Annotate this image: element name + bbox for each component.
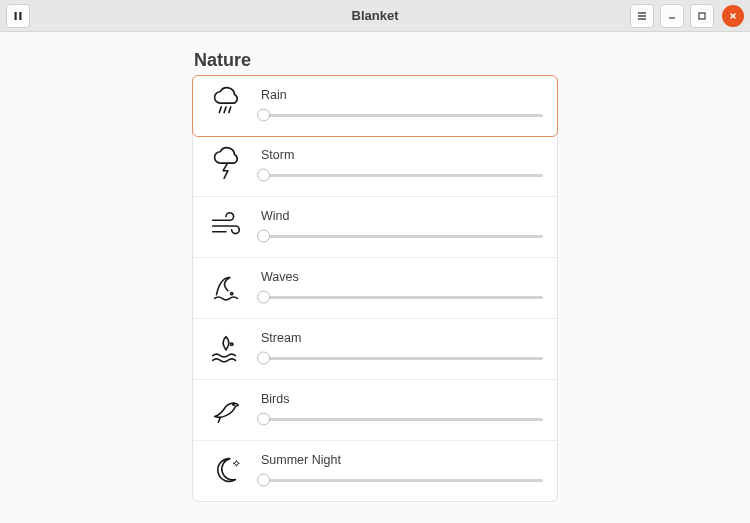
- sound-label: Summer Night: [261, 453, 543, 467]
- section-title: Nature: [194, 50, 558, 71]
- svg-line-15: [218, 418, 220, 423]
- svg-rect-0: [15, 12, 17, 20]
- slider-thumb[interactable]: [257, 169, 270, 182]
- sound-row-summer-night[interactable]: Summer Night: [193, 440, 557, 501]
- svg-point-12: [231, 293, 233, 295]
- svg-rect-1: [19, 12, 21, 20]
- sound-row-stream[interactable]: Stream: [193, 318, 557, 379]
- volume-slider-waves[interactable]: [261, 290, 543, 304]
- volume-slider-summer-night[interactable]: [261, 473, 543, 487]
- svg-point-14: [233, 403, 235, 405]
- slider-thumb[interactable]: [257, 352, 270, 365]
- maximize-button[interactable]: [690, 4, 714, 28]
- svg-point-13: [230, 343, 232, 345]
- volume-slider-stream[interactable]: [261, 351, 543, 365]
- svg-line-11: [229, 107, 231, 113]
- sound-label: Wind: [261, 209, 543, 223]
- pause-button[interactable]: [6, 4, 30, 28]
- minimize-button[interactable]: [660, 4, 684, 28]
- slider-thumb[interactable]: [257, 109, 270, 122]
- volume-slider-rain[interactable]: [261, 108, 543, 122]
- titlebar: Blanket: [0, 0, 750, 32]
- sound-label: Stream: [261, 331, 543, 345]
- close-button[interactable]: [722, 5, 744, 27]
- sound-row-rain[interactable]: Rain: [192, 75, 558, 137]
- section-nature: Nature Rain: [192, 50, 558, 502]
- hamburger-menu-button[interactable]: [630, 4, 654, 28]
- svg-line-9: [219, 107, 221, 113]
- volume-slider-storm[interactable]: [261, 168, 543, 182]
- slider-thumb[interactable]: [257, 230, 270, 243]
- sound-row-waves[interactable]: Waves: [193, 257, 557, 318]
- volume-slider-wind[interactable]: [261, 229, 543, 243]
- svg-rect-6: [699, 13, 705, 19]
- volume-slider-birds[interactable]: [261, 412, 543, 426]
- sound-list: Rain Storm: [192, 75, 558, 502]
- slider-thumb[interactable]: [257, 474, 270, 487]
- bird-icon: [205, 388, 247, 430]
- sound-label: Waves: [261, 270, 543, 284]
- wind-icon: [205, 205, 247, 247]
- svg-line-10: [224, 107, 226, 113]
- storm-icon: [205, 144, 247, 186]
- sound-row-storm[interactable]: Storm: [193, 136, 557, 196]
- slider-thumb[interactable]: [257, 413, 270, 426]
- sound-label: Birds: [261, 392, 543, 406]
- waves-icon: [205, 266, 247, 308]
- sound-row-wind[interactable]: Wind: [193, 196, 557, 257]
- content-area: Nature Rain: [0, 32, 750, 523]
- stream-icon: [205, 327, 247, 369]
- sound-label: Rain: [261, 88, 543, 102]
- rain-icon: [205, 84, 247, 126]
- sound-label: Storm: [261, 148, 543, 162]
- moon-icon: [205, 449, 247, 491]
- sound-row-birds[interactable]: Birds: [193, 379, 557, 440]
- slider-thumb[interactable]: [257, 291, 270, 304]
